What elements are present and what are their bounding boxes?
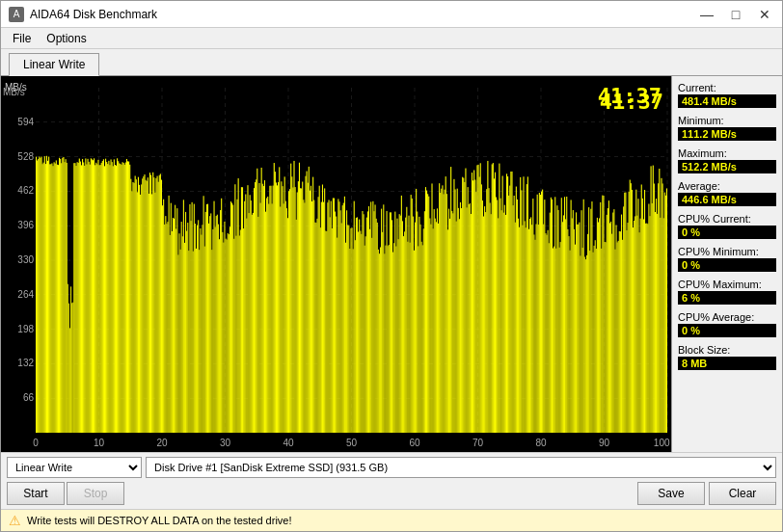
minimize-button[interactable]: — <box>693 5 720 24</box>
minimum-value: 111.2 MB/s <box>678 127 776 141</box>
stat-group-average: Average: 446.6 MB/s <box>678 180 776 206</box>
save-button[interactable]: Save <box>637 482 705 505</box>
maximum-value: 512.2 MB/s <box>678 160 776 173</box>
main-area: MB/s 41:37 Current: 481.4 MB/s Minimum: … <box>1 76 782 452</box>
chart-timer: 41:37 <box>598 84 662 108</box>
minimum-label: Minimum: <box>678 115 776 126</box>
average-value: 446.6 MB/s <box>678 193 776 206</box>
average-label: Average: <box>678 180 776 192</box>
current-label: Current: <box>678 82 776 93</box>
app-icon: A <box>9 7 24 22</box>
current-value: 481.4 MB/s <box>678 94 776 108</box>
menu-bar: File Options <box>1 28 782 49</box>
warning-bar: ⚠ Write tests will DESTROY ALL DATA on t… <box>1 509 782 531</box>
cpu-average-label: CPU% Average: <box>678 311 776 323</box>
menu-file[interactable]: File <box>5 30 39 47</box>
stat-group-block-size: Block Size: 8 MB <box>678 344 776 370</box>
stat-group-cpu-maximum: CPU% Maximum: 6 % <box>678 279 776 305</box>
warning-icon: ⚠ <box>9 513 21 528</box>
stat-group-maximum: Maximum: 512.2 MB/s <box>678 147 776 173</box>
warning-text: Write tests will DESTROY ALL DATA on the… <box>27 515 292 526</box>
cpu-maximum-value: 6 % <box>678 291 776 305</box>
drive-dropdown[interactable]: Disk Drive #1 [SanDisk Extreme SSD] (931… <box>146 457 776 478</box>
cpu-maximum-label: CPU% Maximum: <box>678 279 776 290</box>
main-window: A AIDA64 Disk Benchmark — □ ✕ File Optio… <box>0 0 783 532</box>
stop-button[interactable]: Stop <box>67 482 124 505</box>
clear-button[interactable]: Clear <box>709 482 776 505</box>
right-btn-group: Save Clear <box>637 482 776 505</box>
close-button[interactable]: ✕ <box>751 5 778 24</box>
maximize-button[interactable]: □ <box>722 5 749 24</box>
menu-options[interactable]: Options <box>39 30 94 47</box>
chart-area: MB/s 41:37 <box>1 76 671 452</box>
cpu-average-value: 0 % <box>678 324 776 337</box>
controls-row2: Start Stop Save Clear <box>7 482 776 505</box>
stat-group-current: Current: 481.4 MB/s <box>678 82 776 108</box>
right-panel: Current: 481.4 MB/s Minimum: 111.2 MB/s … <box>671 76 782 452</box>
stat-group-cpu-average: CPU% Average: 0 % <box>678 311 776 337</box>
stat-group-cpu-current: CPU% Current: 0 % <box>678 213 776 239</box>
chart-canvas <box>1 76 671 452</box>
block-size-label: Block Size: <box>678 344 776 356</box>
stat-group-cpu-minimum: CPU% Minimum: 0 % <box>678 246 776 272</box>
maximum-label: Maximum: <box>678 147 776 159</box>
cpu-minimum-label: CPU% Minimum: <box>678 246 776 257</box>
cpu-current-value: 0 % <box>678 226 776 239</box>
tab-bar: Linear Write <box>1 49 782 76</box>
tab-linear-write[interactable]: Linear Write <box>9 53 99 76</box>
stat-group-minimum: Minimum: 111.2 MB/s <box>678 115 776 141</box>
cpu-minimum-value: 0 % <box>678 258 776 272</box>
cpu-current-label: CPU% Current: <box>678 213 776 225</box>
test-type-dropdown[interactable]: Linear Write Linear Read Random Write Ra… <box>7 457 142 478</box>
left-btn-group: Start Stop <box>7 482 124 505</box>
title-bar: A AIDA64 Disk Benchmark — □ ✕ <box>1 1 782 28</box>
window-title: AIDA64 Disk Benchmark <box>30 8 157 21</box>
controls-row1: Linear Write Linear Read Random Write Ra… <box>7 457 776 478</box>
block-size-value: 8 MB <box>678 357 776 370</box>
start-button[interactable]: Start <box>7 482 65 505</box>
title-bar-controls: — □ ✕ <box>693 5 778 24</box>
bottom-controls: Linear Write Linear Read Random Write Ra… <box>1 452 782 509</box>
chart-y-axis-title: MB/s <box>5 82 27 93</box>
title-bar-left: A AIDA64 Disk Benchmark <box>9 7 157 22</box>
